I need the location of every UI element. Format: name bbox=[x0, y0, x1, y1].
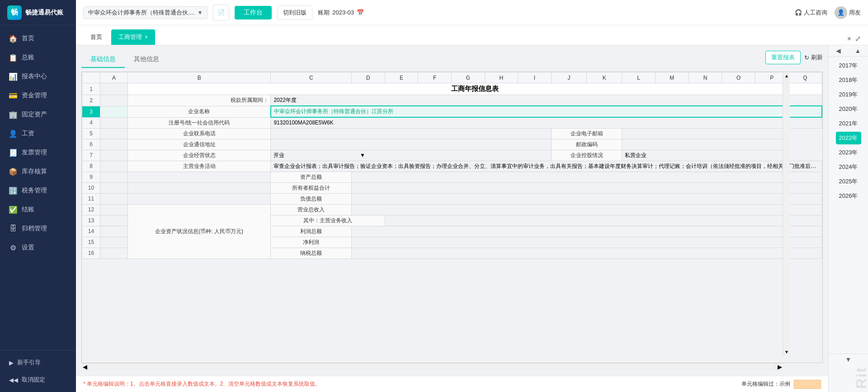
r2-c[interactable]: 2022年度 bbox=[271, 95, 788, 106]
year-btn-2020[interactable]: 2020年 bbox=[836, 103, 861, 115]
year-btn-2022[interactable]: 2022年 bbox=[836, 132, 861, 144]
r11-val[interactable] bbox=[352, 193, 822, 204]
col-q-header: Q bbox=[788, 72, 822, 83]
inventory-icon: 📦 bbox=[9, 167, 17, 176]
r2-a[interactable] bbox=[100, 95, 128, 106]
new-guide-btn[interactable]: ▶ 新手引导 bbox=[0, 354, 76, 371]
r9-val[interactable] bbox=[352, 172, 822, 182]
app-name: 畅捷通易代账 bbox=[25, 9, 63, 17]
r7-k[interactable]: 私营企业 bbox=[622, 150, 788, 161]
salary-icon: 👤 bbox=[9, 129, 17, 138]
year-btn-2025[interactable]: 2025年 bbox=[836, 175, 861, 188]
sidebar-item-archive[interactable]: 🗄 归档管理 bbox=[0, 219, 76, 238]
r15-a[interactable] bbox=[100, 237, 128, 248]
r2-q[interactable] bbox=[788, 95, 822, 106]
close-panel-icon[interactable]: × bbox=[847, 35, 851, 43]
r13-val[interactable] bbox=[385, 215, 822, 226]
r14-a[interactable] bbox=[100, 226, 128, 237]
example-cell bbox=[794, 380, 821, 389]
r6-a[interactable] bbox=[100, 139, 128, 150]
year-btn-2019[interactable]: 2019年 bbox=[836, 88, 861, 101]
table-row: 9 资产总额 bbox=[82, 172, 822, 182]
year-btn-2021[interactable]: 2021年 bbox=[836, 117, 861, 130]
service-btn[interactable]: 🎧 人工咨询 bbox=[795, 9, 827, 17]
year-btn-2026[interactable]: 2026年 bbox=[836, 190, 861, 202]
sub-tab-basic[interactable]: 基础信息 bbox=[81, 52, 125, 68]
sidebar-item-inventory[interactable]: 📦 库存核算 bbox=[0, 162, 76, 181]
r3-c[interactable]: 中审众环会计师事务所（特殊普通合伙）江苏分所 bbox=[271, 106, 822, 117]
panel-expand-up-icon[interactable]: ▲ bbox=[855, 47, 861, 54]
sub-tab-other[interactable]: 其他信息 bbox=[125, 52, 168, 68]
r8-a[interactable] bbox=[100, 161, 128, 172]
r13-a[interactable] bbox=[100, 215, 128, 226]
r11-b[interactable] bbox=[127, 193, 270, 204]
year-btn-2024[interactable]: 2024年 bbox=[836, 161, 861, 173]
table-toolbar: 重置报表 ↻ 刷新 bbox=[765, 51, 823, 64]
r7-j: 企业控股情况 bbox=[551, 150, 622, 161]
r10-b[interactable] bbox=[127, 182, 270, 193]
r10-val[interactable] bbox=[352, 182, 822, 193]
year-btn-2023[interactable]: 2023年 bbox=[836, 146, 861, 159]
r14-val[interactable] bbox=[352, 226, 822, 237]
year-btn-2017[interactable]: 2017年 bbox=[836, 59, 861, 72]
r6-k[interactable] bbox=[622, 139, 788, 150]
calendar-icon[interactable]: 📅 bbox=[357, 9, 364, 16]
r10-a[interactable] bbox=[100, 182, 128, 193]
reset-report-button[interactable]: 重置报表 bbox=[765, 51, 801, 64]
sidebar-item-ledger[interactable]: 📋 总账 bbox=[0, 48, 76, 67]
tab-close-icon[interactable]: × bbox=[145, 34, 148, 40]
r9-a[interactable] bbox=[100, 172, 128, 182]
spreadsheet-inner[interactable]: A B C D E F G H I J bbox=[82, 72, 822, 363]
switch-version-button[interactable]: 切到旧版 bbox=[277, 5, 312, 20]
r7-a[interactable] bbox=[100, 150, 128, 161]
h-scroll-left-btn[interactable]: ◀ bbox=[81, 363, 89, 371]
h-scroll-right-btn[interactable]: ▶ bbox=[776, 363, 783, 371]
r5-c[interactable] bbox=[271, 128, 551, 139]
v-scrollbar[interactable]: ▲ ▼ bbox=[783, 72, 790, 355]
workbench-button[interactable]: 工作台 bbox=[235, 6, 272, 19]
sidebar-item-salary[interactable]: 👤 工资 bbox=[0, 124, 76, 143]
r8-c[interactable]: 审查企业会计报表；出具审计报告；验证企业资本；出具验资报告；办理企业合并、分立、… bbox=[271, 161, 822, 172]
expand-panel-icon[interactable]: ⤢ bbox=[855, 34, 861, 43]
app-logo: 畅 畅捷通易代账 bbox=[0, 0, 76, 25]
r3-a[interactable] bbox=[100, 106, 128, 117]
r5-a[interactable] bbox=[100, 128, 128, 139]
tab-business[interactable]: 工商管理 × bbox=[111, 29, 155, 45]
sidebar-item-report[interactable]: 📊 报表中心 bbox=[0, 67, 76, 86]
r5-k[interactable] bbox=[622, 128, 788, 139]
r4-a[interactable] bbox=[100, 117, 128, 128]
sidebar-item-close[interactable]: ✅ 结账 bbox=[0, 200, 76, 219]
table-row: 8 主营业务活动 审查企业会计报表；出具审计报告；验证企业资本；出具验资报告；办… bbox=[82, 161, 822, 172]
sidebar-item-asset[interactable]: 🏢 固定资产 bbox=[0, 105, 76, 124]
r11-a[interactable] bbox=[100, 193, 128, 204]
r12-a[interactable] bbox=[100, 204, 128, 215]
sidebar-item-invoice[interactable]: 🧾 发票管理 bbox=[0, 143, 76, 162]
company-selector[interactable]: 中审众环会计师事务所（特殊普通合伙.... ▼ bbox=[83, 6, 208, 19]
sidebar-item-tax[interactable]: 🔢 税务管理 bbox=[0, 181, 76, 200]
r4-c[interactable]: 91320100MA208E5W6K bbox=[271, 117, 822, 128]
col-d-header: D bbox=[352, 72, 385, 83]
period-label: 账期 bbox=[318, 9, 330, 17]
r1-a[interactable] bbox=[100, 83, 128, 95]
r6-c[interactable] bbox=[271, 139, 551, 150]
panel-collapse-left-icon[interactable]: ◀ bbox=[836, 47, 841, 54]
scroll-up-btn[interactable]: ▲ bbox=[783, 72, 790, 79]
r9-b[interactable] bbox=[127, 172, 270, 182]
r16-val[interactable] bbox=[352, 248, 822, 258]
r15-val[interactable] bbox=[352, 237, 822, 248]
r7-c[interactable]: 开业 ▼ bbox=[271, 150, 551, 161]
topbar-doc-btn[interactable]: 📄 bbox=[213, 5, 229, 21]
h-scroll-track bbox=[89, 363, 776, 370]
user-area[interactable]: 👤 用友 bbox=[835, 6, 861, 19]
panel-expand-down-icon[interactable]: ▼ bbox=[845, 356, 852, 363]
scroll-down-btn[interactable]: ▼ bbox=[783, 348, 790, 355]
unpin-btn[interactable]: ◀◀ 取消固定 bbox=[0, 371, 76, 388]
sidebar-item-home[interactable]: 🏠 首页 bbox=[0, 29, 76, 48]
sidebar-item-capital[interactable]: 💳 资金管理 bbox=[0, 86, 76, 105]
tab-home[interactable]: 首页 bbox=[83, 29, 109, 45]
r12-val[interactable] bbox=[352, 204, 822, 215]
r16-a[interactable] bbox=[100, 248, 128, 258]
refresh-button[interactable]: ↻ 刷新 bbox=[804, 53, 823, 62]
sidebar-item-settings[interactable]: ⚙ 设置 bbox=[0, 238, 76, 257]
year-btn-2018[interactable]: 2018年 bbox=[836, 74, 861, 86]
